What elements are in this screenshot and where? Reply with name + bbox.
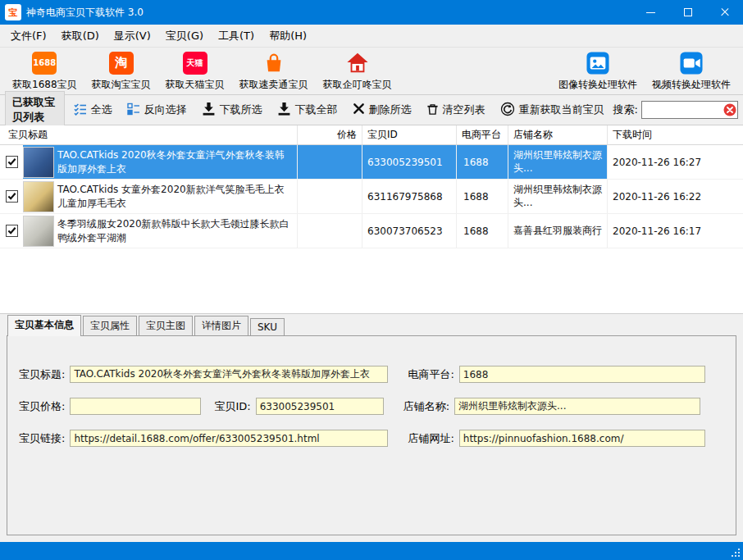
- detail-shop-url-input[interactable]: [459, 430, 705, 447]
- status-bar: [0, 542, 743, 560]
- col-title[interactable]: 宝贝标题: [0, 125, 298, 144]
- tab-sku[interactable]: SKU: [250, 318, 285, 336]
- col-shop[interactable]: 店铺名称: [508, 125, 608, 144]
- download-all-button[interactable]: 下载全部: [271, 98, 344, 121]
- invert-selection-label: 反向选择: [144, 102, 187, 117]
- house-icon: [344, 51, 371, 75]
- select-all-label: 全选: [91, 102, 112, 117]
- fetch-tmall-button[interactable]: 天猫 获取天猫宝贝: [158, 48, 232, 94]
- menu-fetch[interactable]: 获取(D): [54, 25, 107, 47]
- download-selected-button[interactable]: 下载所选: [196, 98, 268, 121]
- detail-tabs: 宝贝基本信息 宝贝属性 宝贝主图 详情图片 SKU: [0, 314, 743, 335]
- detail-id-input[interactable]: [256, 398, 384, 415]
- col-id[interactable]: 宝贝ID: [362, 125, 457, 144]
- fetch-taobao-label: 获取淘宝宝贝: [92, 78, 151, 92]
- product-platform: 1688: [457, 214, 508, 248]
- product-time: 2020-11-26 16:22: [608, 180, 743, 213]
- delete-selected-button[interactable]: 删除所选: [347, 99, 417, 121]
- download-all-label: 下载全部: [295, 102, 338, 117]
- detail-platform-input[interactable]: [459, 366, 705, 383]
- menu-help[interactable]: 帮助(H): [262, 25, 314, 47]
- tmall-icon: 天猫: [183, 52, 207, 75]
- menu-file[interactable]: 文件(F): [3, 25, 54, 47]
- video-converter-label: 视频转换处理软件: [652, 78, 731, 92]
- fetch-aliexpress-button[interactable]: 获取速卖通宝贝: [232, 48, 316, 94]
- image-converter-icon: [585, 51, 611, 75]
- delete-selected-label: 删除所选: [369, 102, 412, 117]
- refresh-current-button[interactable]: 重新获取当前宝贝: [495, 98, 610, 122]
- menu-view[interactable]: 显示(V): [107, 25, 158, 47]
- product-id: 631167975868: [362, 180, 457, 213]
- product-platform: 1688: [457, 145, 508, 179]
- product-thumbnail: [23, 147, 54, 178]
- row-checkbox[interactable]: [6, 156, 18, 168]
- product-id: 630073706523: [362, 214, 457, 248]
- close-button[interactable]: [706, 0, 743, 25]
- menu-item[interactable]: 宝贝(G): [158, 25, 211, 47]
- product-title: TAO.CATkids 2020秋冬外套女童洋气外套秋冬装韩版加厚外套上衣: [57, 148, 294, 175]
- col-time[interactable]: 下载时间: [608, 125, 743, 144]
- product-title: TAO.CATkids 女童外套2020新款洋气笑脸毛毛上衣儿童加厚毛毛衣: [57, 183, 294, 209]
- search-label: 搜索:: [613, 102, 638, 117]
- detail-platform-label: 电商平台:: [408, 367, 454, 382]
- fetch-aliexpress-label: 获取速卖通宝贝: [239, 78, 308, 92]
- fetch-qidingdong-button[interactable]: 获取企叮咚宝贝: [316, 48, 399, 94]
- resize-grip[interactable]: [732, 549, 740, 557]
- minimize-button[interactable]: [632, 0, 669, 25]
- window-controls: [632, 0, 743, 25]
- table-header: 宝贝标题 价格 宝贝ID 电商平台 店铺名称 下载时间: [0, 125, 743, 145]
- product-price: [298, 214, 362, 248]
- delete-selected-icon: [353, 102, 365, 117]
- invert-selection-icon: [127, 102, 140, 118]
- titlebar: 宝 神奇电商宝贝下载软件 3.0: [0, 0, 743, 25]
- detail-price-label: 宝贝价格:: [19, 399, 65, 414]
- col-platform[interactable]: 电商平台: [457, 125, 508, 144]
- detail-link-label: 宝贝链接:: [19, 431, 65, 446]
- detail-id-label: 宝贝ID:: [214, 399, 250, 414]
- product-title: 冬季羽绒服女2020新款韩版中长款大毛领过膝长款白鸭绒外套平湖潮: [57, 217, 294, 244]
- table-row[interactable]: 冬季羽绒服女2020新款韩版中长款大毛领过膝长款白鸭绒外套平湖潮 6300737…: [0, 214, 743, 248]
- fetch-1688-label: 获取1688宝贝: [12, 78, 77, 92]
- image-converter-button[interactable]: 图像转换处理软件: [551, 48, 645, 94]
- tab-attributes[interactable]: 宝贝属性: [83, 316, 137, 336]
- menu-bar: 文件(F) 获取(D) 显示(V) 宝贝(G) 工具(T) 帮助(H): [0, 25, 743, 48]
- clear-list-label: 清空列表: [443, 102, 485, 117]
- video-converter-icon: [678, 51, 704, 75]
- table-row[interactable]: TAO.CATkids 2020秋冬外套女童洋气外套秋冬装韩版加厚外套上衣 63…: [0, 145, 743, 180]
- detail-title-input[interactable]: [70, 366, 388, 383]
- fetch-1688-button[interactable]: 1688 获取1688宝贝: [5, 48, 84, 94]
- tab-main-images[interactable]: 宝贝主图: [139, 316, 193, 336]
- app-logo-icon: 宝: [5, 4, 21, 20]
- download-selected-icon: [202, 102, 216, 118]
- video-converter-button[interactable]: 视频转换处理软件: [645, 48, 738, 94]
- detail-link-input[interactable]: [70, 430, 388, 447]
- tab-basic-info[interactable]: 宝贝基本信息: [7, 315, 81, 336]
- maximize-icon: [684, 8, 692, 16]
- product-shop: 湖州织里韩炫制衣源头...: [508, 180, 608, 213]
- product-thumbnail: [23, 181, 54, 212]
- detail-title-label: 宝贝标题:: [19, 367, 65, 382]
- clear-list-icon: [426, 102, 439, 118]
- row-checkbox[interactable]: [6, 225, 18, 237]
- clear-list-button[interactable]: 清空列表: [421, 99, 491, 121]
- select-all-button[interactable]: 全选: [68, 99, 118, 121]
- product-thumbnail: [23, 216, 54, 247]
- 1688-icon: 1688: [32, 52, 57, 75]
- col-price[interactable]: 价格: [298, 125, 362, 144]
- fetch-tmall-label: 获取天猫宝贝: [166, 78, 225, 92]
- menu-tools[interactable]: 工具(T): [211, 25, 262, 47]
- search-clear-icon[interactable]: [723, 103, 736, 116]
- product-shop: 嘉善县红羽服装商行: [508, 214, 608, 248]
- detail-price-input[interactable]: [70, 398, 201, 415]
- detail-shop-input[interactable]: [454, 398, 700, 415]
- product-id: 633005239501: [362, 145, 457, 179]
- invert-selection-button[interactable]: 反向选择: [121, 99, 193, 121]
- maximize-button[interactable]: [669, 0, 706, 25]
- fetch-taobao-button[interactable]: 淘 获取淘宝宝贝: [84, 48, 158, 94]
- row-checkbox[interactable]: [6, 190, 18, 203]
- action-bar: 已获取宝贝列表 全选 反向选择 下载所选 下载全部 删除所选 清空列表 重新获取…: [0, 95, 743, 125]
- detail-shop-label: 店铺名称:: [403, 399, 449, 414]
- taobao-icon: 淘: [109, 52, 134, 75]
- tab-detail-images[interactable]: 详情图片: [194, 316, 248, 336]
- table-row[interactable]: TAO.CATkids 女童外套2020新款洋气笑脸毛毛上衣儿童加厚毛毛衣 63…: [0, 180, 743, 214]
